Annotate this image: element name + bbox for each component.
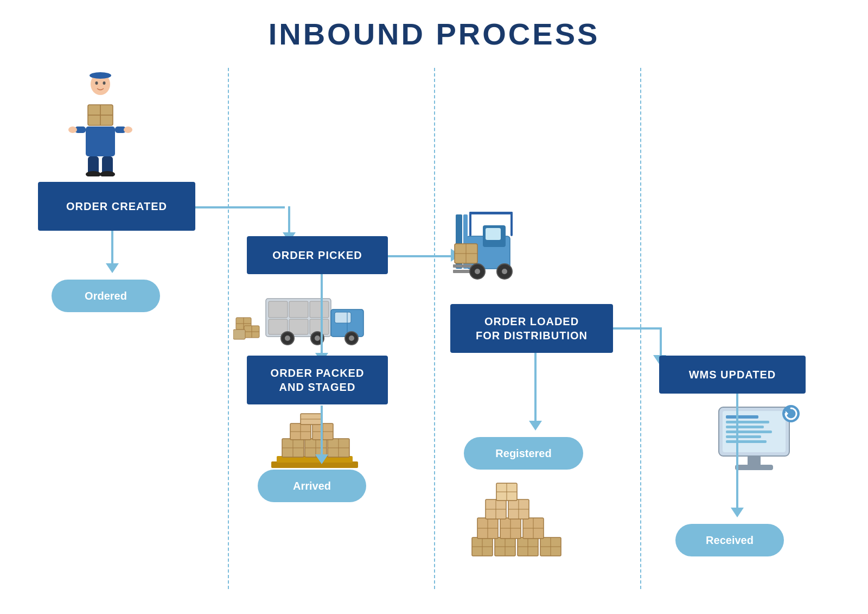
person-illustration [65,68,136,176]
svg-rect-75 [510,212,513,236]
arrow-wms-to-received [731,394,744,517]
svg-point-10 [124,126,132,133]
arrow-h-created-picked [195,206,285,208]
svg-rect-19 [289,301,308,318]
page-title: INBOUND PROCESS [22,16,846,52]
order-picked-box: ORDER PICKED [247,236,388,274]
svg-rect-73 [469,212,513,214]
svg-rect-63 [453,270,472,273]
page: INBOUND PROCESS [0,0,868,614]
pallet-illustration [260,413,369,478]
svg-point-28 [285,336,290,341]
svg-point-72 [502,269,507,274]
svg-rect-18 [269,301,288,318]
svg-rect-114 [748,456,761,466]
registered-oval: Registered [464,437,583,470]
truck-illustration [233,282,374,353]
svg-rect-5 [91,73,110,78]
svg-rect-22 [289,319,308,334]
order-packed-box: ORDER PACKED AND STAGED [247,356,388,404]
svg-point-16 [103,81,106,85]
svg-rect-25 [335,312,351,323]
divider-2 [434,68,435,589]
order-loaded-box: ORDER LOADED FOR DISTRIBUTION [450,304,613,353]
order-created-box: ORDER CREATED [38,182,195,231]
svg-point-70 [475,269,480,274]
svg-point-32 [349,336,354,341]
arrow-created-to-ordered [106,231,119,273]
wms-updated-box: WMS UPDATED [659,356,806,394]
diagram: ORDER CREATED Ordered ORDER PICKED [22,68,846,589]
forklift-illustration [450,204,537,290]
divider-1 [228,68,229,589]
svg-rect-74 [469,212,471,236]
arrow-loaded-to-registered [529,353,542,431]
svg-rect-68 [486,228,501,240]
svg-rect-39 [233,330,245,339]
svg-rect-6 [86,126,115,156]
ordered-oval: Ordered [52,280,160,312]
svg-rect-62 [453,264,472,268]
arrow-h-picked-loaded [388,255,453,257]
svg-point-9 [68,126,77,133]
computer-illustration [711,402,808,478]
arrow-v-loaded-wms [660,327,662,357]
arrow-picked-to-packed [315,274,328,363]
arrived-oval: Arrived [258,470,366,502]
boxes-stack-illustration [467,478,575,565]
arrow-h-loaded-wms [613,327,662,330]
arrow-packed-to-arrived [315,406,328,464]
received-oval: Received [675,524,784,556]
svg-point-15 [95,81,98,85]
